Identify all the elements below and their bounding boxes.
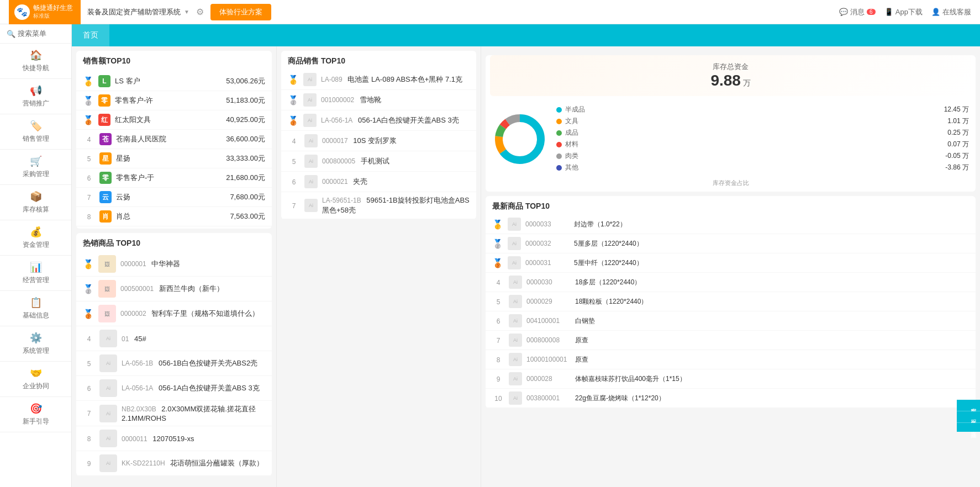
product-code-mid: 0000021 [322, 178, 348, 186]
rank-medal: 6 [83, 174, 95, 182]
rank-medal: 5 [492, 298, 504, 306]
rank-medal: 4 [83, 335, 95, 343]
rank-medal: 4 [492, 278, 504, 287]
customer-value: 51,183.00元 [226, 96, 265, 105]
rank-medal: 🥇 [492, 219, 503, 230]
rank-medal: 6 [492, 317, 504, 325]
legend-dot [556, 142, 562, 147]
product-code: 0000002 [120, 310, 146, 317]
logo-icon: 🐾 [14, 4, 30, 20]
newest-product-thumbnail: Ai [509, 353, 522, 366]
search-icon: 🔍 [7, 30, 15, 38]
customer-rank-item: 5 星 星扬 33,333.00元 [76, 149, 272, 168]
chevron-down-icon: ▼ [184, 9, 189, 15]
newest-product-thumbnail: Ai [509, 391, 522, 405]
newest-product-thumbnail: Ai [509, 334, 522, 347]
product-name: 45# [134, 335, 146, 343]
sidebar-item-inventory[interactable]: 📦 库存核算 [0, 185, 71, 220]
product-thumbnail-mid: Ai [304, 199, 318, 212]
legend-label: 成品 [565, 128, 944, 137]
newest-product-name: 白钢垫 [575, 316, 969, 326]
newest-product-thumbnail: Ai [509, 295, 522, 308]
nav-tab-bar: 首页 [72, 24, 980, 46]
sidebar-item-system[interactable]: ⚙️ 系统管理 [0, 326, 71, 362]
newest-product-name: 体帧嘉枝味苏打饮品400毫升（1*15） [575, 374, 969, 384]
product-name-mid: 手机测试 [361, 157, 389, 165]
online-service-btn[interactable]: 👤 在线客服 [931, 7, 971, 17]
home-icon: 🏠 [30, 49, 42, 61]
legend-dot [556, 119, 562, 124]
hot-products-list: 🥇 🖼 0000001 中华神器 🥈 🖼 000500001 新西兰牛肉（新牛）… [76, 252, 272, 476]
legend-item: 材料 0.07 万 [556, 140, 969, 149]
logo-sub: 标准版 [33, 12, 73, 20]
sidebar-item-sales[interactable]: 🏷️ 销售管理 [0, 114, 71, 150]
operations-icon: 📊 [30, 261, 42, 273]
hot-product-item: 6 Ai LA-056-1A 056-1A白色按键开关盖ABS 3克 [76, 376, 272, 401]
product-thumbnail-mid: Ai [303, 73, 317, 86]
hot-products-header: 热销商品 TOP10 [76, 233, 272, 252]
sidebar-item-guide[interactable]: 🎯 新手引导 [0, 397, 71, 432]
product-thumbnail: Ai [99, 454, 117, 472]
customer-badge: 零 [98, 94, 110, 107]
product-info: 000500001 新西兰牛肉（新牛） [120, 284, 265, 294]
customer-rank-item: 4 苍 苍南县人民医院 36,600.00元 [76, 130, 272, 149]
sidebar-label-guide: 新手引导 [23, 417, 49, 426]
tab-home[interactable]: 首页 [72, 24, 109, 46]
message-icon: 💬 [839, 8, 848, 16]
product-info-mid: 0000021 夹壳 [322, 177, 470, 187]
online-service-label: 在线客服 [942, 7, 971, 17]
sidebar-item-basic-info[interactable]: 📋 基础信息 [0, 291, 71, 326]
search-menu[interactable]: 🔍 搜索菜单 [0, 24, 71, 44]
sidebar-item-collaboration[interactable]: 🤝 企业协同 [0, 362, 71, 397]
collaboration-icon: 🤝 [30, 367, 42, 379]
inventory-value: 9.88 [710, 72, 741, 89]
product-code: LA-056-1B [122, 359, 153, 367]
sidebar-item-operations[interactable]: 📊 经营管理 [0, 256, 71, 291]
gear-icon[interactable]: ⚙ [196, 7, 204, 17]
guide-icon: 🎯 [30, 403, 42, 415]
system-selector[interactable]: 装备及固定资产辅助管理系统 ▼ [87, 7, 189, 17]
sidebar-label-collaboration: 企业协同 [23, 382, 49, 391]
legend-value: 0.25 万 [947, 128, 969, 137]
sidebar-item-marketing[interactable]: 📢 营销推广 [0, 79, 71, 114]
newest-product-item: 🥈 Ai 0000032 5厘多层（1220*2440） [486, 234, 976, 253]
product-thumbnail: Ai [99, 379, 117, 397]
product-info: LA-056-1B 056-1B白色按键开关壳ABS2壳 [122, 358, 265, 368]
legend-label: 文具 [565, 117, 944, 126]
sidebar-item-finance[interactable]: 💰 资金管理 [0, 220, 71, 256]
search-menu-label: 搜索菜单 [18, 29, 46, 39]
hot-product-item: 🥈 🖼 000500001 新西兰牛肉（新牛） [76, 277, 272, 301]
system-name: 装备及固定资产辅助管理系统 [87, 7, 181, 17]
product-name-mid: 10S 变刮罗浆 [353, 136, 397, 145]
newest-product-thumbnail: Ai [509, 372, 522, 385]
trial-button[interactable]: 体验行业方案 [210, 4, 271, 20]
newest-product-item: 🥉 Ai 0000031 5厘中纤（1220*2440） [486, 253, 976, 273]
float-btn-community[interactable]: 服务社区 [957, 411, 980, 423]
product-info-mid: 0000017 10S 变刮罗浆 [322, 136, 470, 146]
rank-medal: 8 [83, 213, 95, 221]
newest-product-name: 封边带（1.0*22） [574, 220, 969, 229]
newest-product-item: 🥇 Ai 0000033 封边带（1.0*22） [486, 215, 976, 234]
float-btn-live[interactable]: 直播 [957, 423, 980, 432]
messages-btn[interactable]: 💬 消息 6 [839, 7, 876, 17]
float-btn-service[interactable]: 客服热线 [957, 400, 980, 411]
app-download-btn[interactable]: 📱 App下载 [884, 7, 923, 17]
finance-icon: 💰 [30, 226, 42, 238]
customer-badge: 红 [98, 114, 110, 126]
sales-icon: 🏷️ [30, 120, 42, 132]
mid-product-item: 5 Ai 000800005 手机测试 [281, 151, 476, 172]
legend-dot [556, 153, 562, 159]
mid-products-title: 商品销售 TOP10 [288, 56, 345, 66]
sidebar-item-quicknav[interactable]: 🏠 快捷导航 [0, 44, 71, 79]
legend-dot [556, 130, 562, 136]
customer-rank-item: 6 零 零售客户-于 21,680.00元 [76, 168, 272, 188]
legend-item: 文具 1.01 万 [556, 117, 969, 126]
product-info-mid: 001000002 雪地靴 [321, 95, 470, 105]
product-info: LA-056-1A 056-1A白色按键开关盖ABS 3克 [122, 383, 265, 393]
sidebar-item-purchase[interactable]: 🛒 采购管理 [0, 150, 71, 185]
customer-name: 零售客户-于 [116, 173, 222, 183]
rank-medal: 🥈 [492, 239, 503, 249]
product-name: 中华神器 [151, 260, 180, 268]
product-name-mid: 夹壳 [353, 177, 367, 186]
customer-badge: 星 [99, 152, 112, 165]
